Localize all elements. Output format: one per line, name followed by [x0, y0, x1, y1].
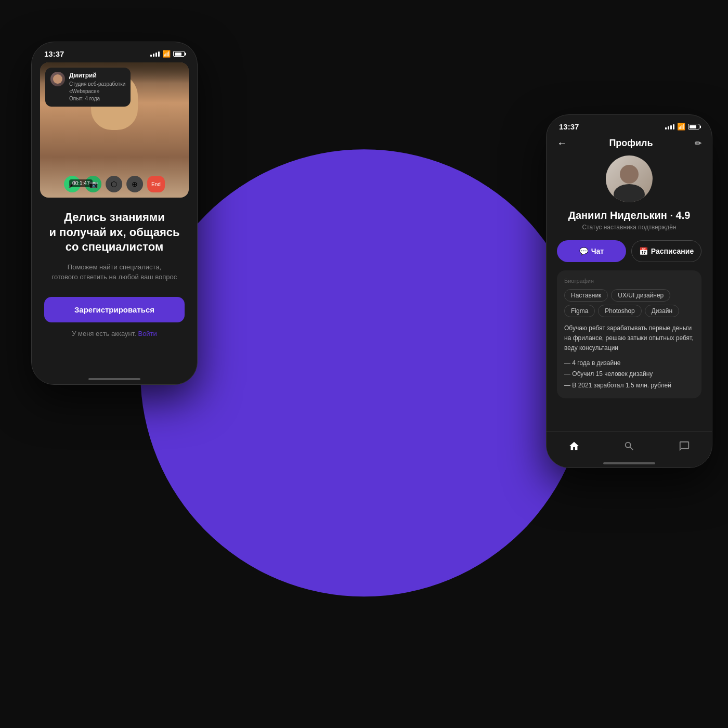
- left-phone-content: Делись знаниями и получай их, общаясь со…: [32, 198, 197, 348]
- home-indicator-right: [603, 462, 655, 464]
- chat-icon: 💬: [579, 247, 588, 255]
- wifi-icon-right: 📶: [677, 123, 685, 131]
- profile-content: Даниил Ниделькин · 4.9 Статус наставника…: [547, 155, 712, 398]
- login-text: У меня есть аккаунт. Войти: [44, 330, 185, 337]
- time-left: 13:37: [44, 49, 64, 58]
- profile-title: Профиль: [609, 138, 653, 149]
- bio-list-item: — 4 года в дизайне: [564, 358, 694, 369]
- bio-tag: Figma: [564, 305, 595, 317]
- caller-card: Дмитрий Студия веб-разработки «Webspace»…: [45, 68, 131, 107]
- end-call-button[interactable]: End: [147, 176, 165, 192]
- edit-button[interactable]: ✏: [695, 138, 701, 148]
- caller-avatar: [50, 72, 65, 86]
- signal-icon-right: [665, 124, 674, 129]
- tags-container: НаставникUX/UI дизайнерFigmaPhotoshopДиз…: [564, 289, 694, 317]
- subtitle: Поможем найти специалиста, готового отве…: [44, 262, 185, 282]
- caller-details: Студия веб-разработки «Webspace» Опыт: 4…: [69, 81, 125, 102]
- call-controls: 00:1:47 🎤 📷 ⬡ ⊕ End: [64, 176, 165, 192]
- time-right: 13:37: [559, 122, 579, 131]
- bio-list-item: — Обучил 15 человек дизайну: [564, 369, 694, 380]
- more-button[interactable]: ⊕: [126, 176, 143, 192]
- bio-list-item: — В 2021 заработал 1.5 млн. рублей: [564, 380, 694, 392]
- nav-home[interactable]: [568, 440, 580, 452]
- status-icons-left: 📶: [150, 50, 185, 58]
- battery-icon-right: [688, 124, 699, 129]
- share-button[interactable]: ⬡: [106, 176, 122, 192]
- profile-avatar: [606, 155, 653, 202]
- profile-nav-bar: ← Профиль ✏: [547, 135, 712, 155]
- status-bar-right: 13:37 📶: [547, 115, 712, 135]
- video-call-area: Дмитрий Студия веб-разработки «Webspace»…: [40, 62, 189, 198]
- main-title: Делись знаниями и получай их, общаясь со…: [44, 210, 185, 255]
- login-link[interactable]: Войти: [138, 330, 157, 337]
- home-indicator-left: [88, 378, 140, 380]
- bio-card: Биография НаставникUX/UI дизайнерFigmaPh…: [557, 270, 701, 398]
- nav-search[interactable]: [623, 440, 635, 452]
- bio-label: Биография: [564, 278, 694, 284]
- bio-text: Обучаю ребят зарабатывать первые деньги …: [564, 323, 694, 354]
- battery-icon: [173, 51, 185, 57]
- status-bar-left: 13:37 📶: [32, 42, 197, 62]
- nav-messages[interactable]: [679, 440, 690, 452]
- phone-right: 13:37 📶 ← Профиль ✏ Даниил Ниделькин · 4…: [546, 114, 712, 468]
- back-button[interactable]: ←: [557, 137, 567, 149]
- background-blob: [140, 149, 588, 596]
- bio-tag: UX/UI дизайнер: [611, 289, 670, 302]
- messages-icon: [679, 440, 690, 452]
- profile-name: Даниил Ниделькин · 4.9: [557, 210, 701, 222]
- chat-button[interactable]: 💬 Чат: [557, 240, 626, 262]
- calendar-icon: 📅: [639, 247, 648, 255]
- search-icon: [623, 440, 635, 452]
- schedule-button[interactable]: 📅 Расписание: [631, 240, 701, 262]
- call-timer: 00:1:47: [69, 179, 93, 187]
- action-buttons: 💬 Чат 📅 Расписание: [557, 240, 701, 262]
- bio-tag: Photoshop: [598, 305, 641, 317]
- bio-list: — 4 года в дизайне— Обучил 15 человек ди…: [564, 358, 694, 392]
- register-button[interactable]: Зарегистрироваться: [44, 297, 185, 322]
- bottom-nav: [547, 431, 712, 467]
- bio-tag: Наставник: [564, 289, 608, 302]
- bio-tag: Дизайн: [645, 305, 679, 317]
- profile-status: Статус наставника подтверждён: [557, 224, 701, 231]
- home-icon: [568, 440, 580, 452]
- caller-info: Дмитрий Студия веб-разработки «Webspace»…: [69, 72, 125, 102]
- signal-icon: [150, 51, 160, 57]
- caller-name: Дмитрий: [69, 72, 125, 79]
- status-icons-right: 📶: [665, 123, 699, 131]
- wifi-icon: 📶: [162, 50, 171, 58]
- phone-left: 13:37 📶 Дмитрий Студия веб-разработки «W…: [31, 42, 198, 385]
